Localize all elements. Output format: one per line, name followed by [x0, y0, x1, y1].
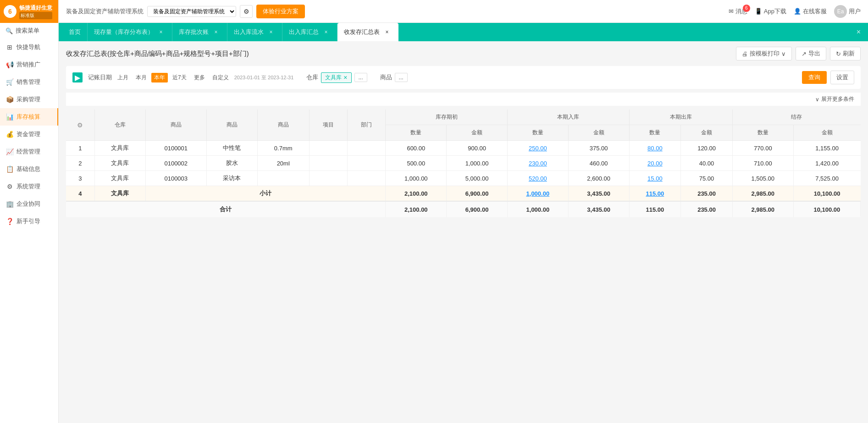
- subtotal-closing-qty: 2,985.00: [732, 186, 793, 202]
- subtotal-out-qty[interactable]: 115.00: [629, 186, 681, 202]
- out-qty-link[interactable]: 80.00: [647, 145, 663, 152]
- data-table-container: ⚙ 仓库 商品 商品 商品 项目 部门 库存期初 本期入库 本期出库 结存: [66, 110, 861, 217]
- main-close-button[interactable]: ×: [853, 26, 864, 38]
- tab-recv-send-summary[interactable]: 收发存汇总表 ×: [337, 23, 398, 41]
- tab-in-out-flow[interactable]: 出入库流水 ×: [227, 23, 282, 41]
- sidebar-item-enterprise[interactable]: 🏢 企业协同: [0, 195, 58, 213]
- tab-in-out-summary-label: 出入库汇总: [289, 28, 319, 36]
- cell-out-qty[interactable]: 15.00: [629, 171, 681, 186]
- total-opening-amt: 6,900.00: [447, 201, 508, 217]
- sidebar-item-label: 快捷导航: [17, 43, 40, 51]
- subtotal-in-qty-link[interactable]: 1,000.00: [526, 190, 550, 197]
- finance-icon: 💰: [6, 131, 14, 138]
- settings-button[interactable]: 设置: [830, 71, 854, 84]
- query-button[interactable]: 查询: [802, 71, 827, 84]
- sidebar-item-label: 库存核算: [17, 113, 40, 121]
- subtotal-opening-amt: 6,900.00: [447, 186, 508, 202]
- system-select[interactable]: 装备及固定资产辅助管理系统: [147, 6, 236, 17]
- date-btn-this-year[interactable]: 本年: [151, 73, 168, 82]
- export-button[interactable]: ↗ 导出: [796, 47, 826, 60]
- refresh-button[interactable]: ↻ 刷新: [830, 47, 861, 60]
- page-container: 收发存汇总表(按仓库+商品编码+商品+规格型号+项目+部门) 🖨 按模板打印 ∨…: [59, 41, 868, 223]
- in-qty-link[interactable]: 230.00: [529, 160, 547, 167]
- enterprise-icon: 🏢: [6, 200, 14, 208]
- user-area[interactable]: Ea 用户: [834, 5, 861, 18]
- out-qty-link[interactable]: 15.00: [647, 175, 663, 182]
- message-button[interactable]: ✉ 消息 6: [729, 7, 747, 16]
- th-settings[interactable]: ⚙: [66, 110, 94, 141]
- refresh-icon: ↻: [836, 50, 841, 57]
- subtotal-in-qty[interactable]: 1,000.00: [507, 186, 568, 202]
- sidebar-item-inventory[interactable]: 📊 库存核算: [0, 108, 58, 126]
- sidebar-item-basic-info[interactable]: 📋 基础信息: [0, 160, 58, 178]
- warehouse-tag-close[interactable]: ×: [343, 74, 347, 81]
- cell-in-qty[interactable]: 520.00: [507, 171, 568, 186]
- sidebar-item-system[interactable]: ⚙ 系统管理: [0, 178, 58, 195]
- out-qty-link[interactable]: 20.00: [647, 160, 663, 167]
- app-logo: 6 畅捷通好生意 标准版: [0, 0, 58, 23]
- sidebar-item-beginner[interactable]: ❓ 新手引导: [0, 213, 58, 230]
- tab-inventory-dist-close[interactable]: ×: [156, 28, 166, 36]
- tab-in-out-summary[interactable]: 出入库汇总 ×: [282, 23, 337, 41]
- sidebar-item-operations[interactable]: 📈 经营管理: [0, 143, 58, 160]
- close-icon: ×: [212, 28, 220, 36]
- beginner-icon: ❓: [6, 218, 14, 225]
- sidebar-item-purchase[interactable]: 📦 采购管理: [0, 91, 58, 108]
- cell-in-qty[interactable]: 230.00: [507, 156, 568, 171]
- sidebar-item-marketing[interactable]: 📢 营销推广: [0, 56, 58, 73]
- cell-in-qty[interactable]: 250.00: [507, 141, 568, 156]
- total-opening-qty: 2,100.00: [386, 201, 447, 217]
- cell-warehouse: 文具库: [94, 171, 145, 186]
- cell-index: 3: [66, 171, 94, 186]
- sidebar-item-label: 资金管理: [17, 130, 40, 138]
- print-icon: 🖨: [742, 50, 748, 57]
- sidebar-item-label: 营销推广: [17, 60, 40, 69]
- cell-out-qty[interactable]: 80.00: [629, 141, 681, 156]
- in-qty-link[interactable]: 250.00: [529, 145, 547, 152]
- subtotal-warehouse: 文具库: [94, 186, 145, 202]
- date-btn-this-month[interactable]: 本月: [133, 73, 149, 82]
- sidebar-item-sales[interactable]: 🛒 销售管理: [0, 73, 58, 91]
- tab-recv-send-summary-close[interactable]: ×: [382, 28, 392, 36]
- tab-in-out-summary-close[interactable]: ×: [321, 28, 331, 36]
- expand-more-button[interactable]: ∨ 展开更多条件: [815, 95, 854, 103]
- logo-icon: 6: [4, 5, 17, 18]
- subtotal-out-qty-link[interactable]: 115.00: [646, 190, 664, 197]
- page-actions: 🖨 按模板打印 ∨ ↗ 导出 ↻ 刷新: [736, 47, 861, 60]
- export-icon: ↗: [802, 50, 807, 57]
- goods-more-button[interactable]: ...: [395, 73, 408, 82]
- tab-in-out-flow-close[interactable]: ×: [266, 28, 276, 36]
- in-qty-link[interactable]: 520.00: [529, 175, 547, 182]
- print-button[interactable]: 🖨 按模板打印 ∨: [736, 47, 792, 60]
- top-header: 装备及固定资产辅助管理系统 装备及固定资产辅助管理系统 ⚙ 体验行业方案 ✉ 消…: [59, 0, 868, 23]
- tab-inventory-dist[interactable]: 现存量（库存分布表） ×: [88, 23, 172, 41]
- sidebar-item-quick-nav[interactable]: ⊞ 快捷导航: [0, 38, 58, 56]
- tab-home[interactable]: 首页: [62, 23, 88, 41]
- sidebar-item-label: 采购管理: [17, 95, 40, 104]
- sidebar-item-finance[interactable]: 💰 资金管理: [0, 126, 58, 143]
- cell-product-code: 0100002: [145, 156, 206, 171]
- tab-batch-ledger-close[interactable]: ×: [211, 28, 221, 36]
- date-btn-7days[interactable]: 近7天: [170, 73, 189, 82]
- settings-gear-button[interactable]: ⚙: [240, 5, 253, 18]
- warehouse-more-button[interactable]: ...: [354, 73, 367, 82]
- gear-icon: ⚙: [243, 8, 249, 15]
- date-btn-more[interactable]: 更多: [191, 73, 208, 82]
- th-opening-qty: 数量: [386, 125, 447, 141]
- sidebar-search-menu[interactable]: 🔍 搜索菜单: [0, 23, 58, 38]
- page-header: 收发存汇总表(按仓库+商品编码+商品+规格型号+项目+部门) 🖨 按模板打印 ∨…: [66, 47, 861, 60]
- filter-toggle-button[interactable]: ▶: [72, 72, 83, 82]
- date-btn-last-month[interactable]: 上月: [115, 73, 131, 82]
- th-in-qty: 数量: [507, 125, 568, 141]
- experience-button[interactable]: 体验行业方案: [256, 5, 305, 18]
- table-settings-icon[interactable]: ⚙: [77, 121, 83, 129]
- cell-product-code: 0100003: [145, 171, 206, 186]
- cell-out-qty[interactable]: 20.00: [629, 156, 681, 171]
- date-btn-custom[interactable]: 自定义: [210, 73, 232, 82]
- basic-info-icon: 📋: [6, 165, 14, 173]
- app-download-button[interactable]: 📱 App下载: [755, 7, 786, 16]
- online-service-button[interactable]: 👤 在线客服: [794, 7, 827, 16]
- cell-department: [347, 141, 385, 156]
- tab-batch-ledger[interactable]: 库存批次账 ×: [172, 23, 227, 41]
- th-opening-group: 库存期初: [386, 110, 508, 125]
